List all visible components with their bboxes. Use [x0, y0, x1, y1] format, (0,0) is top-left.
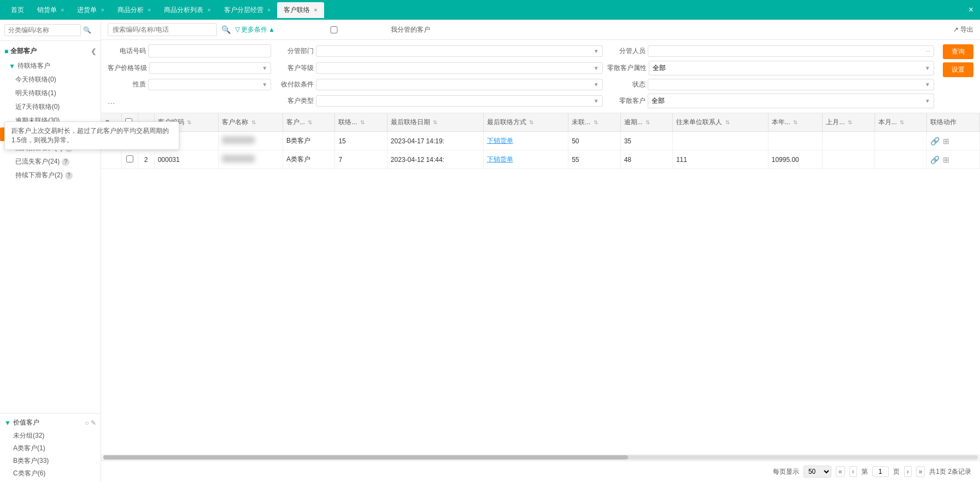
sidebar-tree: ■ 全部客户 ❮ ▼ 待联络客户 今天待联络(0) 明天待联络(1) 近7天待联… — [0, 41, 101, 413]
category-search-input[interactable] — [4, 24, 81, 36]
page-number-input[interactable] — [872, 466, 889, 477]
phone-input[interactable] — [148, 44, 271, 57]
value-customers-header[interactable]: ▼ 价值客户 ○ ✎ — [0, 416, 101, 429]
row2-name — [219, 150, 283, 169]
search-input[interactable] — [108, 23, 217, 36]
col-unit-sort[interactable]: ⇅ — [725, 119, 730, 125]
row1-link-icon[interactable]: 🔗 — [930, 137, 940, 146]
row2-this-month — [875, 150, 926, 169]
manager-select[interactable]: ··· — [648, 45, 934, 57]
col-last-month-sort[interactable]: ⇅ — [848, 119, 852, 125]
prev-page-button[interactable]: ‹ — [849, 466, 857, 477]
row1-this-year — [768, 132, 823, 150]
tab-sales-order[interactable]: 销货单 × — [31, 2, 71, 18]
sidebar-item-already-lost[interactable]: 已流失客户(24) ? — [0, 155, 101, 169]
window-close-button[interactable]: × — [969, 5, 973, 15]
last-page-button[interactable]: » — [916, 466, 925, 477]
row2-select-checkbox[interactable] — [126, 155, 133, 162]
price-grade-filter-field: 客户价格等级 ▼ — [108, 62, 271, 74]
col-this-year-sort[interactable]: ⇅ — [793, 119, 797, 125]
row1-grid-icon[interactable]: ⊞ — [943, 137, 949, 146]
next-page-button[interactable]: › — [904, 466, 912, 477]
tab-sales-order-close[interactable]: × — [61, 7, 64, 13]
more-dots[interactable]: ... — [108, 96, 115, 106]
col-grade-sort[interactable]: ⇅ — [308, 119, 312, 125]
gender-select[interactable]: ▼ — [148, 79, 271, 90]
row1-not-contact: 50 — [568, 132, 620, 150]
my-customer-checkbox[interactable] — [279, 26, 389, 33]
customer-grade-select[interactable]: ▼ — [316, 62, 602, 74]
status-select[interactable]: ▼ — [648, 79, 934, 90]
col-grade: 客户... ⇅ — [283, 113, 335, 132]
sidebar-group-a-class[interactable]: A类客户(1) — [0, 442, 101, 455]
sidebar-group-c-class[interactable]: C类客户(6) — [0, 467, 101, 480]
row1-action-icons: 🔗 ⊞ — [930, 137, 976, 146]
row2-this-year: 10995.00 — [768, 150, 823, 169]
main-layout: 🔍 ■ 全部客户 ❮ ▼ 待联络客户 今天待联络(0) 明天待联络(1) 近7天… — [0, 20, 980, 482]
col-this-month-sort[interactable]: ⇅ — [900, 119, 904, 125]
col-method-sort[interactable]: ⇅ — [529, 119, 533, 125]
first-page-button[interactable]: « — [836, 466, 845, 477]
row2-last-method: 下销货单 — [483, 150, 568, 169]
tab-purchase-order[interactable]: 进货单 × — [71, 2, 110, 18]
retail-attr-select[interactable]: 全部 ▼ — [649, 61, 934, 76]
per-page-select[interactable]: 50 10 20 100 — [803, 466, 831, 478]
tab-purchase-order-close[interactable]: × — [101, 7, 104, 13]
col-overdue-sort[interactable]: ⇅ — [645, 119, 650, 125]
more-filter-button[interactable]: ▽ 更多条件 ▲ — [235, 25, 275, 34]
filter-row-1: 电话号码 分管部门 ▼ 分管人员 — [108, 44, 934, 57]
col-date-sort[interactable]: ⇅ — [433, 119, 437, 125]
row2-num: 2 — [138, 150, 154, 169]
col-code-sort[interactable]: ⇅ — [187, 119, 191, 125]
customer-grade-label: 客户等级 — [275, 63, 314, 73]
col-last-contact-date: 最后联络日期 ⇅ — [387, 113, 483, 132]
col-not-contact-sort[interactable]: ⇅ — [594, 119, 598, 125]
col-name-sort[interactable]: ⇅ — [251, 119, 256, 125]
table-row: 1 000039 B类客户 15 — [101, 132, 980, 150]
customer-type-select[interactable]: ▼ — [316, 95, 602, 107]
tab-product-analysis-close[interactable]: × — [148, 7, 151, 13]
payment-label: 收付款条件 — [275, 80, 314, 89]
continuous-down-hint-icon[interactable]: ? — [65, 172, 73, 179]
tab-customer-segment[interactable]: 客户分层经营 × — [218, 2, 277, 18]
sidebar-item-continuous-down[interactable]: 持续下滑客户(2) ? — [0, 169, 101, 182]
dept-select[interactable]: ▼ — [316, 45, 602, 57]
search-icon[interactable]: 🔍 — [221, 25, 231, 34]
payment-select[interactable]: ▼ — [316, 79, 602, 90]
tab-product-analysis-list[interactable]: 商品分析列表 × — [157, 2, 217, 18]
sidebar-group-b-class[interactable]: B类客户(33) — [0, 455, 101, 467]
sidebar-group-unclassified[interactable]: 未分组(32) — [0, 429, 101, 442]
already-lost-hint-icon[interactable]: ? — [62, 158, 69, 166]
scrollbar-track[interactable] — [103, 455, 978, 460]
row2-action: 🔗 ⊞ — [927, 150, 980, 169]
sidebar-collapse-button[interactable]: ❮ — [91, 48, 96, 55]
sidebar-item-7days-pending[interactable]: 近7天待联络(0) — [0, 100, 101, 114]
tab-customer-contact[interactable]: 客户联络 × — [277, 2, 324, 18]
row2-grid-icon[interactable]: ⊞ — [943, 155, 949, 164]
setting-button[interactable]: 设置 — [943, 62, 973, 77]
horizontal-scrollbar[interactable] — [101, 454, 980, 461]
category-search-icon[interactable]: 🔍 — [83, 26, 91, 34]
tab-product-analysis-list-close[interactable]: × — [207, 7, 210, 13]
dept-filter-field: 分管部门 ▼ — [275, 45, 602, 57]
col-contact-sort[interactable]: ⇅ — [360, 119, 365, 125]
retail-customer-select[interactable]: 全部 ▼ — [648, 94, 934, 108]
all-customers-header[interactable]: ■ 全部客户 ❮ — [0, 43, 101, 59]
tab-customer-contact-close[interactable]: × — [314, 7, 317, 13]
table-row: 2 000031 A类客户 7 — [101, 150, 980, 169]
sidebar-item-tomorrow-pending[interactable]: 明天待联络(1) — [0, 86, 101, 100]
tab-product-analysis[interactable]: 商品分析 × — [111, 2, 157, 18]
export-button[interactable]: ↗ 导出 — [953, 25, 973, 34]
my-customer-checkbox-label[interactable]: 我分管的客户 — [279, 25, 430, 34]
price-grade-select[interactable]: ▼ — [149, 62, 271, 74]
row2-link-icon[interactable]: 🔗 — [930, 155, 940, 164]
tab-home[interactable]: 首页 — [4, 2, 31, 18]
gender-filter-field: 性质 ▼ — [108, 79, 271, 90]
value-customers-edit-icon[interactable]: ○ ✎ — [85, 419, 96, 427]
sidebar-item-today-pending[interactable]: 今天待联络(0) — [0, 73, 101, 86]
query-button[interactable]: 查询 — [943, 44, 973, 59]
tab-customer-segment-close[interactable]: × — [267, 7, 271, 13]
pending-contact-section[interactable]: ▼ 待联络客户 — [0, 59, 101, 73]
pagination-bar: 每页显示 50 10 20 100 « ‹ 第 页 › » 共1页 2条记录 — [101, 461, 980, 482]
scrollbar-thumb[interactable] — [103, 455, 628, 460]
